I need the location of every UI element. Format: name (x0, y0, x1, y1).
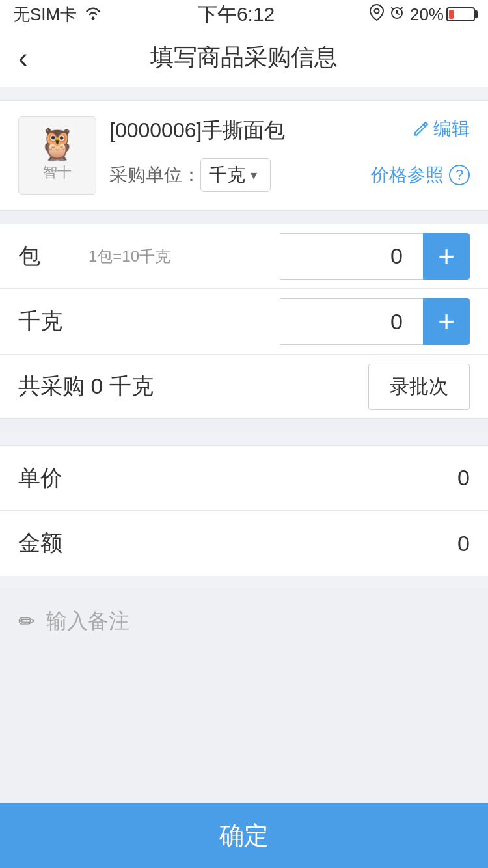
status-right: 20% (370, 4, 475, 25)
unit-price-value: 0 (457, 465, 470, 491)
kg-plus-button[interactable]: + (423, 298, 470, 345)
total-row: 共采购 0 千克 录批次 (0, 354, 488, 419)
bag-sublabel: 1包=10千克 (88, 246, 170, 267)
input-section: 包 1包=10千克 + 千克 + (0, 224, 488, 354)
product-card: 🦉 智十 [0000006]手撕面包 编辑 采购单位： 千克 ▾ (0, 100, 488, 211)
remark-placeholder: 输入备注 (46, 607, 129, 636)
kg-input-control: + (280, 298, 470, 345)
confirm-button[interactable]: 确定 (0, 803, 488, 868)
amount-value: 0 (457, 531, 470, 556)
sim-text: 无SIM卡 (13, 3, 77, 26)
unit-price-row: 单价 0 (0, 446, 488, 511)
pencil-icon: ✏ (18, 609, 36, 634)
kg-input-field[interactable] (280, 298, 423, 345)
product-id: [0000006] (109, 118, 202, 142)
product-title: 手撕面包 (202, 118, 285, 142)
status-bar: 无SIM卡 下午6:12 20% (0, 0, 488, 29)
edit-button[interactable]: 编辑 (413, 116, 470, 141)
alarm-icon (389, 5, 405, 25)
divider-2 (0, 419, 488, 432)
amount-label: 金额 (18, 528, 62, 558)
bag-label: 包 (18, 241, 83, 271)
selected-unit: 千克 (209, 163, 245, 187)
divider-1 (0, 211, 488, 224)
battery: 20% (410, 5, 475, 25)
unit-price-label: 单价 (18, 463, 62, 493)
remark-section[interactable]: ✏ 输入备注 (0, 589, 488, 654)
page-title: 填写商品采购信息 (150, 42, 338, 74)
battery-bar (446, 7, 475, 21)
svg-point-0 (92, 16, 95, 20)
price-ref-help-icon: ? (449, 165, 470, 185)
battery-percent: 20% (410, 5, 444, 25)
price-ref-button[interactable]: 价格参照 ? (371, 163, 470, 187)
product-name: [0000006]手撕面包 (109, 116, 413, 145)
product-image-owl: 🦉 (38, 129, 77, 160)
kg-label: 千克 (18, 306, 83, 336)
status-left: 无SIM卡 (13, 3, 103, 26)
question-mark: ? (455, 167, 463, 183)
product-unit-row: 采购单位： 千克 ▾ 价格参照 ? (109, 158, 470, 192)
unit-prefix: 采购单位： (109, 163, 200, 187)
edit-label: 编辑 (433, 116, 470, 141)
kg-input-row: 千克 + (0, 289, 488, 354)
product-info: [0000006]手撕面包 编辑 采购单位： 千克 ▾ 价格参照 (109, 116, 470, 192)
batch-button[interactable]: 录批次 (368, 364, 470, 410)
unit-area: 采购单位： 千克 ▾ (109, 158, 271, 192)
bag-input-field[interactable] (280, 233, 423, 280)
wifi-icon (83, 5, 103, 25)
svg-point-1 (374, 8, 379, 13)
product-image: 🦉 智十 (18, 116, 96, 195)
confirm-label: 确定 (219, 819, 269, 852)
product-image-label: 智十 (43, 163, 72, 182)
nav-bar: ‹ 填写商品采购信息 (0, 29, 488, 87)
total-label: 共采购 0 千克 (18, 372, 154, 401)
back-button[interactable]: ‹ (18, 44, 28, 72)
dropdown-arrow-icon: ▾ (251, 167, 257, 183)
bag-input-control: + (280, 233, 470, 280)
bag-input-row: 包 1包=10千克 + (0, 224, 488, 289)
status-time: 下午6:12 (198, 1, 275, 28)
amount-row: 金额 0 (0, 511, 488, 576)
price-section: 单价 0 金额 0 (0, 445, 488, 576)
unit-select-dropdown[interactable]: 千克 ▾ (200, 158, 271, 192)
location-icon (370, 4, 384, 25)
product-header: [0000006]手撕面包 编辑 (109, 116, 470, 145)
battery-fill (449, 10, 454, 19)
price-ref-label: 价格参照 (371, 163, 444, 187)
bag-plus-button[interactable]: + (423, 233, 470, 280)
